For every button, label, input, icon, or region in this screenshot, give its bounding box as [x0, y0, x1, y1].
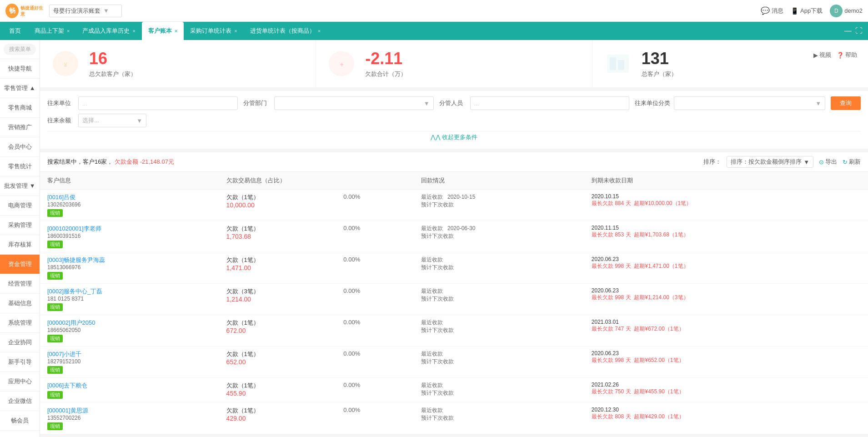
- tab-purchase-stats[interactable]: 进货单统计表（按商品） ×: [244, 22, 327, 40]
- cell-debt-pct-3: 0.00%: [336, 284, 413, 315]
- overdue-amount-2[interactable]: 超期¥1,471.00（1笔）: [634, 263, 688, 269]
- tab-purchase-order[interactable]: 采购订单统计表 ×: [184, 22, 243, 40]
- customer-name-link-1[interactable]: [0001020001]李老师: [47, 225, 101, 232]
- refresh-icon: ↻: [843, 159, 848, 166]
- last-receipt-label-0: 最近收款: [421, 194, 443, 200]
- cell-debt-count-6: 欠款（1笔） 455.90: [219, 378, 336, 403]
- sidebar-item-warehouse[interactable]: 库存核算: [0, 235, 40, 255]
- sort-arrow: ▼: [803, 159, 809, 166]
- filter-input-person[interactable]: ...: [470, 96, 630, 110]
- debt-pct-7: 0.00%: [343, 407, 406, 413]
- customer-tag-7: 现销: [47, 422, 63, 430]
- app-download-item[interactable]: 📱 App下载: [791, 7, 823, 15]
- cell-overdue-2: 2020.06.23 最长欠款 998 天 超期¥1,471.00（1笔）: [584, 252, 868, 284]
- export-button[interactable]: ⊙ 导出: [819, 158, 837, 166]
- cell-overdue-0: 2020.10.15 最长欠款 884 天 超期¥10,000.00（1笔）: [584, 190, 868, 221]
- last-receipt-label-4: 最近收款: [421, 319, 443, 326]
- nav-maximize-btn[interactable]: ⛶: [855, 27, 863, 35]
- customer-name-link-0[interactable]: [0016]吕俊: [47, 194, 75, 201]
- industry-selector[interactable]: 母婴行业演示账套 ▼: [49, 5, 122, 17]
- tab-close-products-off[interactable]: ×: [67, 28, 70, 34]
- sort-selector[interactable]: 排序：按欠款金额倒序排序 ▼: [727, 156, 813, 168]
- tab-close-production-history[interactable]: ×: [132, 28, 135, 34]
- overdue-amount-0[interactable]: 超期¥10,000.00（1笔）: [634, 200, 692, 206]
- collapse-bar[interactable]: ⋀⋀ 收起更多条件: [47, 131, 861, 143]
- filter-input-unit[interactable]: ...: [78, 96, 238, 110]
- sidebar: 搜索菜单 快捷导航 零售管理 ▲ 零售商城 营销推广 会员中心 零售统计 批发管…: [0, 40, 40, 437]
- video-btn[interactable]: ▶ 视频: [813, 51, 831, 59]
- sidebar-item-capital[interactable]: 资金管理: [0, 255, 40, 274]
- tab-products-off[interactable]: 商品上下架 ×: [28, 22, 76, 40]
- sidebar-item-quick-nav[interactable]: 快捷导航: [0, 59, 40, 79]
- tab-close-purchase-stats[interactable]: ×: [318, 28, 321, 34]
- sidebar-item-enterprise-collab[interactable]: 企业协同: [0, 333, 40, 352]
- filter-label-category: 往来单位分类: [635, 99, 670, 107]
- table-row: [0001020001]李老师 18600391516 现销 欠款（1笔） 1,…: [40, 221, 868, 252]
- last-receipt-7: 最近收款: [421, 407, 577, 414]
- sidebar-item-ecom[interactable]: 电商管理: [0, 196, 40, 216]
- customer-name-link-4[interactable]: [000002]用户2050: [47, 319, 95, 326]
- sidebar-item-vip[interactable]: 畅会员: [0, 411, 40, 431]
- last-receipt-label-6: 最近收款: [421, 382, 443, 388]
- query-button[interactable]: 查询: [831, 96, 861, 110]
- user-profile-item[interactable]: D demo2: [830, 5, 863, 17]
- sidebar-item-retail-stats[interactable]: 零售统计: [0, 157, 40, 176]
- debt-count-3: 欠款（3笔）: [226, 287, 329, 296]
- app-download-icon: 📱: [791, 7, 798, 15]
- overdue-amount-1[interactable]: 超期¥1,703.68（1笔）: [634, 231, 688, 238]
- filter-item-unit: 往来单位 ...: [47, 96, 238, 110]
- customer-name-link-3[interactable]: [0002]服务中心_丁磊: [47, 288, 102, 295]
- help-icon: ❓: [837, 52, 844, 59]
- tab-close-purchase-order[interactable]: ×: [234, 28, 237, 34]
- tab-home[interactable]: 首页: [2, 22, 28, 40]
- tab-customer-account[interactable]: 客户账本 ×: [142, 22, 184, 40]
- overdue-amount-3[interactable]: 超期¥1,214.00（3笔）: [634, 294, 688, 301]
- customer-name-link-6[interactable]: [0006]去下粮仓: [47, 382, 87, 389]
- sidebar-item-batch-mgmt[interactable]: 批发管理 ▼: [0, 176, 40, 196]
- overdue-amount-5[interactable]: 超期¥652.00（1笔）: [634, 357, 684, 363]
- filter-select-dept[interactable]: ▼: [274, 96, 434, 110]
- sidebar-item-guide[interactable]: 新手引导: [0, 352, 40, 372]
- customer-name-link-7[interactable]: [000001]黄思源: [47, 407, 88, 414]
- overdue-amount-6[interactable]: 超期¥455.90（1笔）: [634, 388, 684, 395]
- overdue-date-5: 2020.06.23: [592, 350, 861, 357]
- filter-select-category[interactable]: ▼: [674, 96, 825, 110]
- debt-count-0: 欠款（1笔）: [226, 193, 329, 201]
- cell-recovery-0: 最近收款 2020-10-15 预计下次收款: [414, 190, 584, 221]
- sidebar-item-member[interactable]: 会员中心: [0, 137, 40, 157]
- sidebar-search-box[interactable]: 搜索菜单: [4, 44, 36, 55]
- tab-close-customer-account[interactable]: ×: [175, 28, 177, 34]
- overdue-days-2: 最长欠款 998 天: [592, 263, 632, 269]
- sidebar-item-retail-mgmt[interactable]: 零售管理 ▲: [0, 79, 40, 98]
- filter-label-unit: 往来单位: [47, 99, 75, 107]
- sidebar-item-basic[interactable]: 基础信息: [0, 294, 40, 313]
- last-receipt-date-0: 2020-10-15: [444, 194, 475, 200]
- sidebar-item-marketing[interactable]: 营销推广: [0, 118, 40, 137]
- sidebar-item-app-center[interactable]: 应用中心: [0, 372, 40, 392]
- filter-row-2: 往来余额 选择... ▼: [47, 114, 861, 127]
- sidebar-item-label: 零售统计: [2, 162, 38, 171]
- help-btn[interactable]: ❓ 帮助: [837, 51, 857, 59]
- sidebar-item-enterprise-wechat[interactable]: 企业微信: [0, 392, 40, 411]
- overdue-amount-4[interactable]: 超期¥672.00（1笔）: [634, 326, 684, 332]
- sidebar-item-retail-mall[interactable]: 零售商城: [0, 98, 40, 118]
- filter-item-category: 往来单位分类 ▼: [635, 96, 825, 110]
- filter-category-arrow: ▼: [815, 100, 821, 107]
- sidebar-item-ops[interactable]: 经营管理: [0, 274, 40, 294]
- sidebar-item-label: 系统管理: [2, 319, 38, 327]
- refresh-button[interactable]: ↻ 刷新: [843, 158, 861, 166]
- sidebar-item-system[interactable]: 系统管理: [0, 313, 40, 333]
- filter-select-balance[interactable]: 选择... ▼: [78, 114, 146, 127]
- sidebar-item-purchase[interactable]: 采购管理: [0, 216, 40, 235]
- results-info: 搜索结果中，客户16家， 欠款金额 -21,148.07元: [47, 158, 174, 166]
- overdue-amount-7[interactable]: 超期¥429.00（1笔）: [634, 413, 684, 420]
- sidebar-search[interactable]: 搜索菜单: [0, 40, 40, 59]
- debt-pct-6: 0.00%: [343, 382, 406, 388]
- message-item[interactable]: 💬 消息: [761, 6, 783, 15]
- nav-minimize-btn[interactable]: —: [844, 27, 852, 35]
- sort-label: 排序：按欠款金额倒序排序: [731, 158, 802, 166]
- customer-name-link-5[interactable]: [0007]小进千: [47, 351, 81, 357]
- customer-name-link-2[interactable]: [0003]畅捷服务尹海蕊: [47, 256, 105, 263]
- tab-production-history[interactable]: 产成品入库单历史 ×: [76, 22, 141, 40]
- last-receipt-label-1: 最近收款: [421, 225, 443, 231]
